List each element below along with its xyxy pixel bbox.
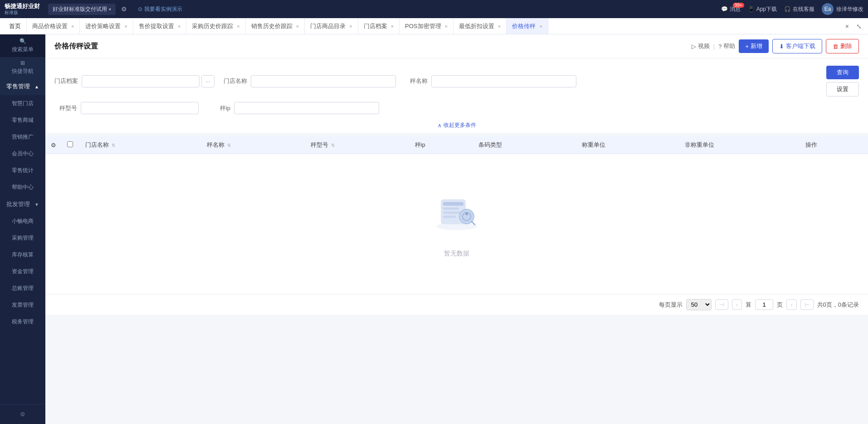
tab-sale-price[interactable]: 售价提取设置 × xyxy=(133,18,186,34)
sidebar-item-help-center[interactable]: 帮助中心 xyxy=(0,179,45,196)
empty-text: 暂无数据 xyxy=(444,250,469,258)
tab-close-icon[interactable]: × xyxy=(178,24,180,29)
tab-close-icon[interactable]: × xyxy=(445,24,448,29)
online-service-action[interactable]: 🎧 在线客服 xyxy=(784,5,814,13)
version-tag: 标准版 xyxy=(5,10,40,15)
sidebar-item-invoice[interactable]: 发票管理 xyxy=(0,297,45,313)
sidebar-item-marketing[interactable]: 营销推广 xyxy=(0,129,45,145)
tab-close-all-button[interactable]: × xyxy=(843,21,852,32)
tab-price-scale[interactable]: 价格传秤 × xyxy=(507,18,548,34)
next-page-button[interactable]: › xyxy=(786,299,796,310)
query-label: 查询 xyxy=(837,69,848,76)
sidebar-item-label: 总账管理 xyxy=(12,284,34,292)
tab-close-icon[interactable]: × xyxy=(296,24,299,29)
tab-close-icon[interactable]: × xyxy=(237,24,239,29)
delete-button[interactable]: 🗑 删除 xyxy=(826,39,859,53)
sidebar-item-retail-manage[interactable]: 零售管理 ▲ xyxy=(0,78,45,95)
tab-pos-manage-label: POS加密管理 xyxy=(405,22,441,30)
sidebar-quick-nav[interactable]: ⊞ 快捷导航 xyxy=(0,57,45,78)
help-link[interactable]: ? 帮助 xyxy=(718,42,735,50)
tab-purchase-strategy[interactable]: 进价策略设置 × xyxy=(80,18,133,34)
sidebar-item-tax[interactable]: 税务管理 xyxy=(0,313,45,330)
sidebar-item-retail-stats[interactable]: 零售统计 xyxy=(0,162,45,179)
tab-pos-manage[interactable]: POS加密管理 × xyxy=(400,18,454,34)
scale-ip-input[interactable] xyxy=(234,102,379,114)
settings-filter-button[interactable]: 设置 xyxy=(826,82,859,96)
filter-row-1: 门店档案 ··· 门店名称 秤名称 查询 xyxy=(54,66,859,96)
collapse-bar: ∧ 收起更多条件 xyxy=(54,120,859,133)
page-text: 算 xyxy=(746,301,751,309)
sidebar-settings-button[interactable]: ⚙ xyxy=(0,407,45,421)
tab-sale-price-label: 售价提取设置 xyxy=(139,22,174,30)
sidebar-item-member[interactable]: 会员中心 xyxy=(0,145,45,162)
main-layout: 🔍 搜索菜单 ⊞ 快捷导航 零售管理 ▲ 智慧门店 零售商城 营销推广 会员中心… xyxy=(0,34,868,424)
online-service-label: 在线客服 xyxy=(793,5,814,13)
filter-area: 门店档案 ··· 门店名称 秤名称 查询 xyxy=(45,58,868,133)
empty-state: 暂无数据 xyxy=(45,154,868,294)
page-size-select[interactable]: 50 100 200 xyxy=(686,299,712,310)
message-action[interactable]: 💬 消息 99+ xyxy=(721,5,741,13)
page-header: 价格传秤设置 ▷ 视频 | ? 帮助 + 新增 ⬇ 客户端下载 xyxy=(45,34,868,58)
sidebar-item-retail-mall[interactable]: 零售商城 xyxy=(0,112,45,129)
tab-close-icon[interactable]: × xyxy=(539,24,542,29)
add-button[interactable]: + 新增 xyxy=(739,39,769,53)
tab-close-icon[interactable]: × xyxy=(349,24,352,29)
tab-home[interactable]: 首页 xyxy=(4,18,27,34)
demo-link[interactable]: ⊙ 我要看实例演示 xyxy=(138,5,182,13)
video-link[interactable]: ▷ 视频 xyxy=(692,42,710,50)
sidebar: 🔍 搜索菜单 ⊞ 快捷导航 零售管理 ▲ 智慧门店 零售商城 营销推广 会员中心… xyxy=(0,34,45,424)
tab-sale-history[interactable]: 销售历史价跟踪 × xyxy=(246,18,305,34)
tab-store-catalog[interactable]: 门店商品目录 × xyxy=(305,18,358,34)
add-icon: + xyxy=(745,43,749,50)
version-selector[interactable]: 好业财标准版交付试用 ▾ xyxy=(48,4,116,15)
download-button[interactable]: ⬇ 客户端下载 xyxy=(772,39,822,53)
scale-name-input[interactable] xyxy=(431,75,576,87)
chevron-up-icon: ∧ xyxy=(438,122,442,129)
sidebar-item-finance[interactable]: 资金管理 xyxy=(0,263,45,280)
tab-store-file[interactable]: 门店档案 × xyxy=(358,18,400,34)
sort-icon[interactable]: ⇅ xyxy=(227,143,231,148)
sidebar-item-label: 发票管理 xyxy=(12,301,34,309)
tab-purchase-history[interactable]: 采购历史价跟踪 × xyxy=(186,18,245,34)
sort-icon[interactable]: ⇅ xyxy=(331,143,335,148)
sidebar-item-general-account[interactable]: 总账管理 xyxy=(0,280,45,297)
sidebar-item-xiaochang[interactable]: 小畅电商 xyxy=(0,213,45,230)
tab-home-label: 首页 xyxy=(9,22,21,30)
tab-close-icon[interactable]: × xyxy=(498,24,501,29)
help-label: 帮助 xyxy=(723,42,735,50)
store-file-dots-button[interactable]: ··· xyxy=(201,75,215,87)
collapse-button[interactable]: ∧ 收起更多条件 xyxy=(438,121,476,129)
sidebar-item-smart-store[interactable]: 智慧门店 xyxy=(0,95,45,112)
page-input[interactable] xyxy=(755,299,773,310)
col-scale-name-label: 秤名称 xyxy=(207,141,224,148)
last-page-button[interactable]: ⊢ xyxy=(800,299,814,310)
app-download-action[interactable]: 📱 App下载 xyxy=(748,5,777,13)
download-label: 客户端下载 xyxy=(786,42,815,50)
sidebar-item-inventory[interactable]: 库存核算 xyxy=(0,246,45,263)
app-label: App下载 xyxy=(756,5,777,13)
tab-min-discount[interactable]: 最低折扣设置 × xyxy=(454,18,507,34)
top-settings-button[interactable]: ⚙ xyxy=(119,4,129,14)
sidebar-item-purchase-manage[interactable]: 采购管理 xyxy=(0,230,45,246)
tab-expand-button[interactable]: ⤡ xyxy=(853,21,864,32)
prev-page-button[interactable]: ‹ xyxy=(732,299,742,310)
tab-product-price[interactable]: 商品价格设置 × xyxy=(27,18,80,34)
col-scale-model: 秤型号 ⇅ xyxy=(305,136,409,154)
tab-close-icon[interactable]: × xyxy=(124,24,127,29)
table-gear-col[interactable]: ⚙ xyxy=(45,136,62,154)
query-button[interactable]: 查询 xyxy=(826,66,859,79)
tab-store-catalog-label: 门店商品目录 xyxy=(310,22,346,30)
first-page-button[interactable]: ⊣ xyxy=(715,299,728,310)
sidebar-search[interactable]: 🔍 搜索菜单 xyxy=(0,34,45,57)
sort-icon[interactable]: ⇅ xyxy=(112,143,115,148)
select-all-checkbox[interactable] xyxy=(67,141,73,147)
separator: | xyxy=(713,43,715,50)
scale-model-input[interactable] xyxy=(81,102,199,114)
tab-min-discount-label: 最低折扣设置 xyxy=(459,22,494,30)
store-file-input[interactable] xyxy=(82,75,200,87)
tab-close-icon[interactable]: × xyxy=(71,24,74,29)
store-name-input[interactable] xyxy=(251,75,396,87)
tab-close-icon[interactable]: × xyxy=(391,24,394,29)
sidebar-item-batch-manage[interactable]: 批发管理 ▼ xyxy=(0,196,45,213)
user-area[interactable]: Ea 徐泽华修改 xyxy=(822,3,863,15)
